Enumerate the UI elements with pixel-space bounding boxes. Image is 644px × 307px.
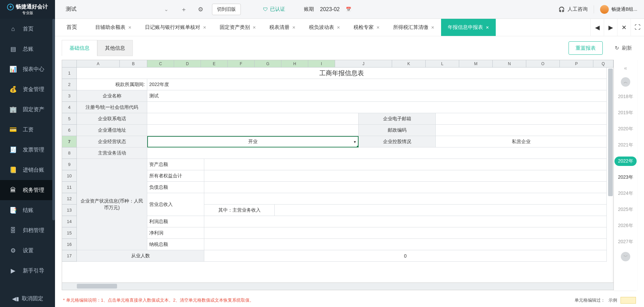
user-menu[interactable]: 畅捷通B组... [600,5,637,14]
owner-equity-value[interactable] [204,170,607,182]
tab-6[interactable]: 所得税汇算清缴✕ [386,19,441,36]
company-name-value[interactable]: 测试 [147,90,607,102]
row-header-14[interactable]: 14 [62,216,77,227]
refresh-button[interactable]: ↻ 刷新 [609,41,637,55]
col-header-N[interactable]: N [493,60,526,68]
year-2021年[interactable]: 2021年 [614,137,637,153]
holding-label[interactable]: 企业控股情况 [359,136,436,147]
tab-5[interactable]: 税检专家✕ [347,19,386,36]
tab-home[interactable]: 首页 [55,19,89,36]
select-all-corner[interactable] [62,60,77,68]
close-icon[interactable]: ✕ [376,25,380,30]
sidebar-item-3[interactable]: 💰资金管理 [0,79,55,99]
row-header-7[interactable]: 7 [62,136,77,147]
phone-label[interactable]: 企业联系电话 [77,113,147,125]
holding-value[interactable]: 私营企业 [436,136,607,147]
tab-1[interactable]: 日记账与银行对账单核对✕ [138,19,213,36]
tab-7[interactable]: 年报信息申报表✕ [441,19,496,36]
sidebar-item-12[interactable]: ▶新手引导 [0,261,55,281]
period-value[interactable]: 2023-02 [320,6,340,12]
year-2024年[interactable]: 2024年 [614,185,637,202]
employees-label[interactable]: 从业人数 [77,250,204,262]
main-biz-label[interactable]: 主营业务活动 [77,147,147,159]
vertical-scrollbar[interactable] [608,69,613,281]
row-header-3[interactable]: 3 [62,90,77,102]
horizontal-scrollbar[interactable] [62,282,613,290]
col-header-E[interactable]: E [201,60,228,68]
col-header-L[interactable]: L [426,60,459,68]
col-header-F[interactable]: F [228,60,255,68]
postcode-value[interactable] [436,125,607,136]
sidebar-item-9[interactable]: 📑结账 [0,200,55,220]
row-header-9[interactable]: 9 [62,159,77,170]
year-2027年[interactable]: 2027年 [614,234,637,250]
col-header-A[interactable]: A [77,60,120,68]
year-2025年[interactable]: 2025年 [614,202,637,218]
year-down-button[interactable]: ﹀ [621,252,630,261]
sidebar-scrollbar[interactable] [52,19,55,220]
subtab-basic-info[interactable]: 基础信息 [62,40,97,56]
close-icon[interactable]: ✕ [292,25,296,30]
year-up-button[interactable]: ︿ [621,77,630,87]
collapse-year-panel-icon[interactable]: « [624,63,627,73]
col-header-M[interactable]: M [459,60,493,68]
row-header-11[interactable]: 11 [62,182,77,193]
status-value-cell[interactable]: 开业 ▼ [147,136,359,147]
close-icon[interactable]: ✕ [431,25,434,30]
fullscreen-icon[interactable]: ⛶ [631,19,644,36]
year-2026年[interactable]: 2026年 [614,218,637,234]
company-name-label[interactable]: 企业名称 [77,90,147,102]
main-revenue-value[interactable] [275,205,607,216]
liabilities-value[interactable] [204,182,607,193]
row-header-5[interactable]: 5 [62,113,77,125]
spreadsheet[interactable]: A B C D E F G H I J K L M N O P Q [62,60,614,290]
hscroll-thumb[interactable] [77,284,117,289]
sidebar-item-0[interactable]: ⌂首页 [0,19,55,39]
tab-close-all[interactable]: ✕ [617,19,631,36]
tax-total-value[interactable] [204,239,607,250]
row-header-12[interactable]: 12 [62,193,77,205]
row-header-13[interactable]: 13 [62,205,77,216]
close-icon[interactable]: ✕ [128,25,131,30]
status-label[interactable]: 企业经营状态 [77,136,147,147]
subtab-other-info[interactable]: 其他信息 [97,40,133,56]
row-header-4[interactable]: 4 [62,102,77,113]
col-header-Q[interactable]: Q [593,60,613,68]
switch-old-version-button[interactable]: 切到旧版 [212,4,241,15]
row-header-2[interactable]: 2 [62,79,77,90]
sidebar-item-6[interactable]: 🧾发票管理 [0,140,55,160]
company-selector[interactable]: 测试 ⌄ [62,3,172,16]
tab-3[interactable]: 税表清册✕ [263,19,302,36]
consult-button[interactable]: 🎧 人工咨询 [558,6,588,12]
gear-icon[interactable]: ⚙ [195,4,206,15]
email-label[interactable]: 企业电子邮箱 [359,113,436,125]
col-header-J[interactable]: J [335,60,392,68]
sidebar-item-11[interactable]: ⚙设置 [0,240,55,261]
sidebar-item-2[interactable]: 📊报表中心 [0,59,55,79]
col-header-I[interactable]: I [308,60,335,68]
owner-equity-label[interactable]: 所有者权益合计 [147,170,204,182]
calendar-icon[interactable]: 📅 [346,7,351,12]
email-value[interactable] [436,113,607,125]
liabilities-label[interactable]: 负债总额 [147,182,204,193]
year-2018年[interactable]: 2018年 [614,89,637,105]
col-header-C[interactable]: C [147,60,174,68]
row-header-16[interactable]: 16 [62,239,77,250]
close-icon[interactable]: ✕ [253,25,256,30]
main-biz-value[interactable] [147,147,607,159]
address-value[interactable] [147,125,359,136]
year-2022年[interactable]: 2022年 [614,153,637,169]
total-profit-label[interactable]: 利润总额 [147,216,204,227]
address-label[interactable]: 企业通信地址 [77,125,147,136]
tab-scroll-right[interactable]: ▶ [604,19,617,36]
dropdown-arrow-icon[interactable]: ▼ [353,140,357,144]
reg-code-label[interactable]: 注册号/统一社会信用代码 [77,102,147,113]
sidebar-item-5[interactable]: 💳工资 [0,120,55,140]
sidebar-item-4[interactable]: 🏢固定资产 [0,99,55,120]
tab-4[interactable]: 税负波动表✕ [302,19,347,36]
main-revenue-label[interactable]: 其中：主营业务收入 [204,205,275,216]
asset-info-merged-label[interactable]: 企业资产状况信息(币种：人民币万元) [77,159,147,250]
row-header-17[interactable]: 17 [62,250,77,262]
sheet-body[interactable]: 1 工商年报信息表 2 税款所属期间: 2022年度 3 企业名称 测试 [62,68,613,282]
row-header-10[interactable]: 10 [62,170,77,182]
